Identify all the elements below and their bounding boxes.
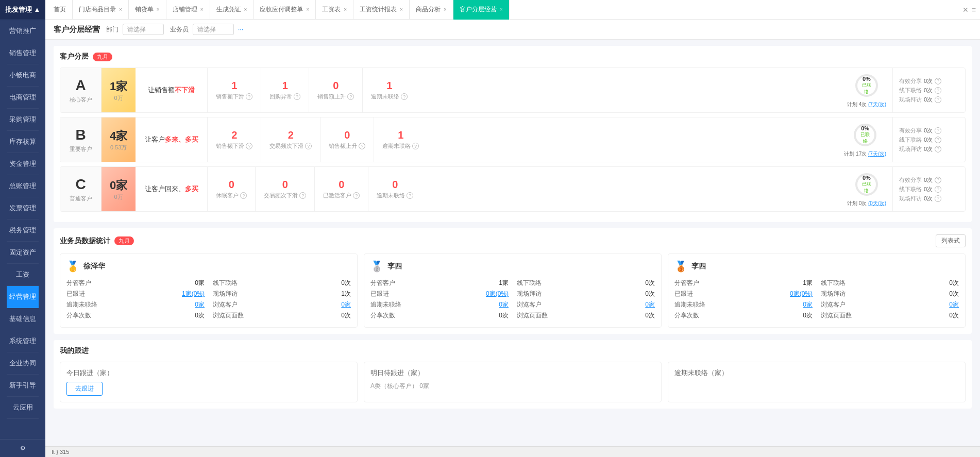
sidebar-item-采购管理[interactable]: 采购管理 [7, 109, 39, 131]
tab-门店商品目录[interactable]: 门店商品目录× [73, 0, 129, 20]
staff-stats-left: 分管客户1家已跟进0家(0%)逾期未联络0家分享次数0次 [370, 278, 509, 321]
tab-close-icon[interactable]: × [200, 7, 204, 12]
info-icon[interactable]: ? [401, 93, 408, 100]
tab-close-icon[interactable]: × [344, 7, 347, 12]
staff-stat-value[interactable]: 0家 [341, 300, 351, 309]
followup-section: 我的跟进 今日跟进（家）去跟进明日待跟进（家）A类（核心客户） 0家逾期未联络（… [54, 340, 972, 409]
staff-stat-value[interactable]: 0家 [195, 300, 205, 309]
tab-close-icon[interactable]: × [444, 7, 447, 12]
staff-select[interactable]: 请选择 [193, 24, 234, 35]
circle-container: 0% 已联络 [853, 72, 880, 99]
plan-info: 计划 17次 (7天/次) [844, 150, 886, 158]
list-view-button[interactable]: 列表式 [936, 234, 966, 247]
filter-more-icon[interactable]: ··· [238, 26, 243, 33]
info-icon[interactable]: ? [294, 93, 300, 100]
tab-工资统计报表[interactable]: 工资统计报表× [353, 0, 410, 20]
tab-close-icon[interactable]: × [500, 7, 503, 12]
info-icon[interactable]: ? [246, 143, 252, 149]
tab-工资表[interactable]: 工资表× [316, 0, 353, 20]
info-icon[interactable]: ? [347, 93, 354, 100]
info-icon[interactable]: ? [935, 146, 941, 153]
tab-close-icon[interactable]: × [119, 7, 122, 12]
tab-close-icon[interactable]: × [244, 7, 247, 12]
staff-card-2: 🥉李四分管客户1家已跟进0家(0%)逾期未联络0家分享次数0次线下联络0次现场拜… [668, 253, 966, 328]
followup-goto-button[interactable]: 去跟进 [66, 382, 103, 396]
info-icon[interactable]: ? [935, 177, 941, 183]
info-icon[interactable]: ? [935, 137, 941, 143]
tab-销货单[interactable]: 销货单× [129, 0, 166, 20]
info-icon[interactable]: ? [353, 192, 360, 199]
sidebar-item-系统管理[interactable]: 系统管理 [7, 330, 39, 352]
staff-stat-value[interactable]: 0家 [949, 300, 959, 309]
tab-close-all-button[interactable]: ✕ [962, 6, 969, 14]
info-icon[interactable]: ? [935, 195, 941, 202]
tab-生成凭证[interactable]: 生成凭证× [210, 0, 254, 20]
sidebar-item-税务管理[interactable]: 税务管理 [7, 219, 39, 242]
right-stat-label: 有效分享 [899, 176, 922, 184]
info-icon[interactable]: ? [240, 192, 247, 199]
tab-close-icon[interactable]: × [306, 7, 309, 12]
info-icon[interactable]: ? [935, 87, 941, 94]
sidebar-item-工资[interactable]: 工资 [7, 264, 39, 286]
info-icon[interactable]: ? [407, 192, 413, 199]
sidebar-item-库存核算[interactable]: 库存核算 [7, 131, 39, 153]
staff-section-title: 业务员数据统计 [60, 236, 110, 246]
stat-label: 销售额下滑 ? [216, 142, 252, 150]
info-icon[interactable]: ? [305, 143, 312, 149]
sidebar-item-基础信息[interactable]: 基础信息 [7, 308, 39, 330]
info-icon[interactable]: ? [412, 143, 419, 149]
sidebar-item-发票管理[interactable]: 发票管理 [7, 197, 39, 219]
info-icon[interactable]: ? [935, 78, 941, 84]
staff-stat-label: 分管客户 [674, 279, 699, 287]
sidebar-item-经营管理[interactable]: 经营管理 [7, 286, 39, 308]
staff-stat-row: 线下联络0次 [213, 278, 351, 289]
sidebar-item-销售管理[interactable]: 销售管理 [7, 42, 39, 64]
tab-应收应付调整单[interactable]: 应收应付调整单× [254, 0, 316, 20]
tab-more-button[interactable]: ≡ [972, 6, 976, 14]
info-icon[interactable]: ? [935, 186, 941, 193]
dept-select[interactable]: 请选择 [123, 24, 164, 35]
tab-商品分析[interactable]: 商品分析× [410, 0, 453, 20]
settings-icon[interactable]: ⚙ [0, 439, 45, 457]
sidebar-item-资金管理[interactable]: 资金管理 [7, 153, 39, 175]
staff-stat-row: 分享次数0次 [66, 310, 205, 321]
right-stat-row: 现场拜访0次? [899, 195, 959, 202]
sidebar-item-云应用[interactable]: 云应用 [7, 397, 39, 419]
sidebar-item-固定资产[interactable]: 固定资产 [7, 242, 39, 264]
staff-medal: 🥉 [674, 260, 687, 273]
plan-link[interactable]: (0天/次) [868, 200, 886, 206]
tab-店铺管理[interactable]: 店铺管理× [166, 0, 210, 20]
info-icon[interactable]: ? [935, 96, 941, 103]
tier-month-badge: 九月 [93, 53, 112, 61]
plan-link[interactable]: (7天/次) [868, 101, 886, 107]
staff-stat-value[interactable]: 0家 [803, 300, 813, 309]
plan-info: 计划 4次 (7天/次) [847, 101, 886, 108]
stat-label: 逾期未联络 ? [382, 142, 419, 150]
staff-section: 业务员数据统计 九月 列表式 🥇徐泽华分管客户0家已跟进1家(0%)逾期未联络0… [54, 228, 972, 334]
info-icon[interactable]: ? [246, 93, 252, 100]
sidebar-logo[interactable]: 批发管理 ▲ [0, 0, 45, 20]
sidebar-item-总账管理[interactable]: 总账管理 [7, 175, 39, 197]
sidebar-item-营销推广[interactable]: 营销推广 [7, 20, 39, 42]
staff-stat-label: 逾期未联络 [66, 300, 97, 309]
sidebar-item-企业协同[interactable]: 企业协同 [7, 352, 39, 375]
tier-count-sub: 0万 [114, 193, 123, 201]
staff-stat-value[interactable]: 1家(0%) [182, 290, 205, 298]
info-icon[interactable]: ? [299, 192, 306, 199]
staff-stat-value[interactable]: 0家 [645, 300, 655, 309]
staff-stat-value[interactable]: 0家(0%) [790, 290, 813, 298]
staff-stat-label: 线下联络 [517, 279, 542, 287]
sidebar-item-新手引导[interactable]: 新手引导 [7, 375, 39, 397]
staff-stat-value[interactable]: 0家 [499, 300, 509, 309]
tab-客户分层经营[interactable]: 客户分层经营× [453, 0, 510, 20]
staff-stat-value[interactable]: 0家(0%) [486, 290, 509, 298]
sidebar-item-小畅电商[interactable]: 小畅电商 [7, 64, 39, 87]
info-icon[interactable]: ? [359, 143, 365, 149]
info-icon[interactable]: ? [935, 127, 941, 134]
plan-link[interactable]: (7天/次) [868, 151, 886, 157]
tab-首页[interactable]: 首页 [47, 0, 73, 20]
sidebar-item-电商管理[interactable]: 电商管理 [7, 87, 39, 109]
tab-close-icon[interactable]: × [400, 7, 403, 12]
staff-card-0: 🥇徐泽华分管客户0家已跟进1家(0%)逾期未联络0家分享次数0次线下联络0次现场… [60, 253, 358, 328]
tab-close-icon[interactable]: × [157, 7, 160, 12]
